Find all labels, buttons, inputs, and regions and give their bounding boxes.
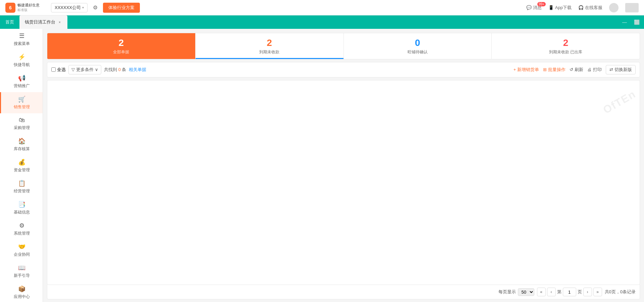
stat-label-overdue: 到期未收款: [259, 49, 279, 55]
stat-card-overdue[interactable]: 2 到期未收款: [196, 33, 344, 59]
download-icon: 📱: [548, 5, 554, 10]
sidebar-item-system[interactable]: ⚙ 系统管理: [0, 219, 43, 240]
filter-icon: ▽: [71, 67, 75, 72]
sidebar-item-label: 基础信息: [14, 209, 30, 215]
app-center-icon: 📦: [18, 285, 25, 293]
sidebar-item-label: 销售管理: [14, 104, 30, 110]
sidebar: ☰ 搜索菜单 ⚡ 快捷导航 📢 营销推广 🛒 销售管理 🛍 采购管理 🏠 库存核…: [0, 29, 43, 302]
page-summary: 共0页，0条记录: [605, 289, 636, 295]
tab-home[interactable]: 首页: [0, 15, 19, 29]
sidebar-item-basic-info[interactable]: 📑 基础信息: [0, 197, 43, 219]
settings-button[interactable]: ⚙: [90, 3, 100, 13]
page-nav: « ‹ 第 页 › »: [537, 288, 602, 296]
stat-label-shipped: 到期未收款 已出库: [549, 49, 582, 55]
stats-row: 2 全部单据 2 到期未收款 0 旺铺待确认 2 到期未收款 已出库: [47, 33, 640, 59]
basic-info-icon: 📑: [18, 201, 25, 208]
filter-arrow: ∨: [95, 67, 98, 72]
filter-label: 更多条件: [76, 67, 94, 73]
sidebar-item-label: 库存核算: [14, 146, 30, 152]
select-all-checkbox[interactable]: [51, 67, 56, 72]
dropdown-arrow: ▾: [82, 6, 84, 9]
batch-button[interactable]: ⊞ 批量操作: [543, 67, 566, 73]
sidebar-item-finance[interactable]: 💰 资金管理: [0, 155, 43, 176]
switch-version-button[interactable]: ⇄ 切换新版: [606, 65, 636, 74]
sidebar-item-label: 营销推广: [14, 83, 30, 89]
select-all-text: 全选: [57, 67, 66, 73]
per-page: 每页显示 50: [498, 288, 534, 296]
sidebar-item-search[interactable]: ☰ 搜索菜单: [0, 29, 43, 50]
operations-icon: 📋: [18, 180, 25, 187]
sidebar-item-purchase[interactable]: 🛍 采购管理: [0, 113, 43, 134]
new-sale-button[interactable]: + 新增销货单: [514, 67, 539, 73]
prev-page-button[interactable]: ‹: [547, 288, 556, 296]
per-page-label: 每页显示: [498, 289, 516, 295]
sidebar-item-operations[interactable]: 📋 经营管理: [0, 176, 43, 197]
sidebar-item-enterprise[interactable]: 🤝 企业协同: [0, 240, 43, 261]
last-page-button[interactable]: »: [593, 288, 602, 296]
trial-button[interactable]: 体验行业方案: [103, 3, 140, 13]
tab-indicator: [196, 58, 343, 59]
nav-right-icons: — ⬜: [620, 17, 644, 27]
filter-button[interactable]: ▽ 更多条件 ∨: [68, 65, 101, 74]
select-all-label[interactable]: 全选: [51, 67, 66, 73]
sidebar-item-label: 采购管理: [14, 125, 30, 131]
sidebar-item-label: 资金管理: [14, 167, 30, 173]
inventory-icon: 🏠: [18, 137, 25, 145]
sidebar-item-label: 企业协同: [14, 252, 30, 257]
main-layout: ☰ 搜索菜单 ⚡ 快捷导航 📢 营销推广 🛒 销售管理 🛍 采购管理 🏠 库存核…: [0, 29, 644, 302]
sidebar-item-quick-nav[interactable]: ⚡ 快捷导航: [0, 50, 43, 71]
sidebar-item-guide[interactable]: 📖 新手引导: [0, 261, 43, 282]
tab-close-button[interactable]: ×: [57, 20, 62, 24]
page-input[interactable]: [563, 288, 576, 296]
stat-card-all[interactable]: 2 全部单据: [47, 33, 196, 59]
finance-icon: 💰: [18, 159, 25, 166]
logo-icon: 6: [5, 3, 15, 13]
sidebar-item-label: 搜索菜单: [14, 41, 30, 47]
avatar[interactable]: [609, 3, 619, 12]
sidebar-item-label: 新手引导: [14, 273, 30, 279]
app-title: 畅捷通好生意: [17, 3, 40, 7]
stat-number-all: 2: [119, 37, 124, 49]
next-page-button[interactable]: ›: [583, 288, 592, 296]
tab-minimize-icon[interactable]: —: [620, 17, 629, 27]
tab-active[interactable]: 钱货日清工作台 ×: [19, 15, 67, 29]
tab-maximize-icon[interactable]: ⬜: [632, 17, 641, 27]
user-name-placeholder: [625, 3, 639, 12]
message-icon: 💬: [526, 5, 532, 10]
company-selector[interactable]: XXXXXX公司 ▾: [51, 3, 88, 12]
online-service-button[interactable]: 🎧 在线客服: [578, 5, 602, 11]
sidebar-item-label: 应用中心: [14, 294, 30, 300]
stat-number-wangpu: 0: [415, 37, 420, 49]
refresh-button[interactable]: ↺ 刷新: [570, 67, 583, 73]
first-page-button[interactable]: «: [537, 288, 546, 296]
stat-card-wangpu[interactable]: 0 旺铺待确认: [344, 33, 492, 59]
stat-card-shipped[interactable]: 2 到期未收款 已出库: [492, 33, 640, 59]
sidebar-item-marketing[interactable]: 📢 营销推广: [0, 71, 43, 92]
page-label: 第: [557, 289, 561, 295]
related-link[interactable]: 相关单据: [129, 67, 146, 73]
print-button[interactable]: 🖨 打印: [587, 67, 602, 73]
purchase-icon: 🛍: [19, 117, 25, 124]
sidebar-item-sales[interactable]: 🛒 销售管理: [0, 92, 43, 113]
top-bar: 6 畅捷通好生意 标准版 XXXXXX公司 ▾ ⚙ 体验行业方案 💬 消息 99…: [0, 0, 644, 15]
service-icon: 🎧: [578, 5, 584, 10]
toolbar-left: 全选 ▽ 更多条件 ∨ 共找到 0 条 相关单据: [51, 65, 511, 74]
sidebar-item-inventory[interactable]: 🏠 库存核算: [0, 134, 43, 155]
quick-nav-icon: ⚡: [18, 53, 25, 61]
refresh-icon: ↺: [570, 67, 573, 72]
table-area: [47, 80, 640, 285]
switch-icon: ⇄: [609, 67, 613, 72]
pagination: 每页显示 50 « ‹ 第 页 › » 共0页，0条记录: [47, 285, 640, 299]
logo-area: 6 畅捷通好生意 标准版: [5, 3, 48, 13]
marketing-icon: 📢: [18, 74, 25, 82]
message-button[interactable]: 💬 消息 99+: [526, 5, 542, 11]
stat-label-wangpu: 旺铺待确认: [408, 49, 428, 55]
content-area: OfTEn 2 全部单据 2 到期未收款 0 旺铺待确认 2 到期未收款 已出库: [43, 29, 644, 302]
stat-number-overdue: 2: [267, 37, 272, 49]
sidebar-item-app-center[interactable]: 📦 应用中心: [0, 282, 43, 302]
app-download-button[interactable]: 📱 App下载: [548, 5, 572, 11]
online-service-label: 在线客服: [585, 5, 602, 11]
enterprise-icon: 🤝: [18, 243, 25, 250]
sidebar-item-label: 经营管理: [14, 188, 30, 194]
per-page-select[interactable]: 50: [518, 288, 534, 296]
